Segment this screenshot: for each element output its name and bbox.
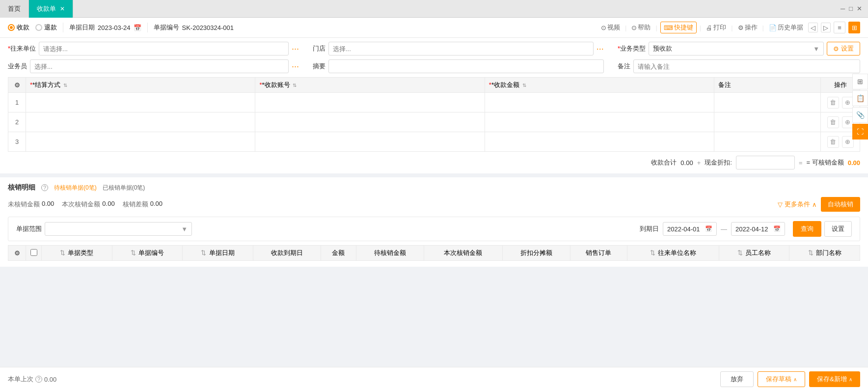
doc-date-sort-icon[interactable]: ⇅ [201,249,206,256]
row1-settlement[interactable] [26,93,255,112]
salesperson-field: 业务员 ··· [8,59,299,73]
row3-remarks[interactable] [714,132,821,152]
save-draft-button[interactable]: 保存草稿 ∧ [758,371,805,387]
row2-settlement[interactable] [26,112,255,132]
select-all-checkbox[interactable] [30,249,37,256]
row2-amount[interactable] [485,112,714,132]
row3-copy-icon[interactable]: ⊕ [842,136,854,148]
row1-amount[interactable] [485,93,714,112]
row3-account[interactable] [255,132,485,152]
shortcut-btn[interactable]: ⌨ 快捷键 [660,22,697,33]
bottom-info-value: 0.00 [44,376,56,383]
divider-2 [147,23,148,32]
main-data-table: ⚙ **结算方式 ⇅ **收款账号 ⇅ **收款金额 ⇅ 备注 [8,77,860,152]
help-circle-icon[interactable]: ? [35,376,42,383]
more-conditions-btn[interactable]: ▽ 更多条件 ∧ [778,200,817,209]
counterparty-more-icon[interactable]: ··· [292,44,299,53]
employee-sort-icon[interactable]: ⇅ [737,249,743,256]
divider-7: | [762,24,764,31]
close-icon[interactable]: ✕ [857,5,862,12]
store-input[interactable] [328,42,594,56]
row2-remarks[interactable] [714,112,821,132]
verification-help-icon[interactable]: ? [41,184,48,191]
salesperson-more-icon[interactable]: ··· [292,62,299,71]
business-type-field: *业务类型 预收款 ▼ ⚙ 设置 [618,42,860,56]
counterparty-sort-icon[interactable]: ⇅ [650,249,655,256]
verified-tab[interactable]: 已核销单据(0笔) [103,184,145,192]
view-list-icon[interactable]: ≡ [834,22,845,33]
abandon-button[interactable]: 放弃 [720,371,754,387]
tab-receipt[interactable]: 收款单 ✕ [29,0,73,18]
pending-verify-col-header: 待核销金额 [356,246,424,261]
video-btn[interactable]: ⊙ 视频 [599,22,622,33]
summary-input[interactable] [328,59,604,73]
business-type-select[interactable]: 预收款 ▼ [649,42,824,56]
store-more-icon[interactable]: ··· [597,44,604,53]
query-button[interactable]: 查询 [793,221,821,237]
row3-settlement[interactable] [26,132,255,152]
account-sort-icon[interactable]: ⇅ [293,83,297,88]
maximize-icon[interactable]: □ [849,5,853,12]
amount-sort-icon[interactable]: ⇅ [522,83,526,88]
settlement-sort-icon[interactable]: ⇅ [63,83,67,88]
filter-settings-button[interactable]: 设置 [824,221,852,237]
row1-account[interactable] [255,93,485,112]
salesperson-input[interactable] [30,59,289,73]
doc-number-field: 单据编号 SK-20230324-001 [154,23,234,32]
operation-icon: ⚙ [738,24,744,31]
doc-number-sort-icon[interactable]: ⇅ [131,249,136,256]
row2-account[interactable] [255,112,485,132]
tab-home[interactable]: 首页 [0,0,29,18]
auto-verify-btn[interactable]: 自动核销 [821,197,860,212]
total-value: 0.00 [680,159,693,167]
calendar-icon[interactable]: 📅 [134,24,141,31]
tab-close-icon[interactable]: ✕ [60,5,65,12]
range-chevron-icon: ▼ [181,225,188,233]
gear-col-header[interactable]: ⚙ [8,78,26,93]
print-btn[interactable]: 🖨 打印 [704,22,728,33]
gear-icon[interactable]: ⚙ [14,82,20,89]
pending-verify-tab[interactable]: 待核销单据(0笔) [54,184,97,192]
save-new-button[interactable]: 保存&新增 ∧ [809,371,860,387]
minimize-icon[interactable]: ─ [841,5,845,12]
sidebar-table-icon[interactable]: ⊞ [852,74,868,89]
sidebar-attachment-icon[interactable]: 📎 [852,107,868,123]
window-controls: ─ □ ✕ [841,5,868,12]
row1-delete-icon[interactable]: 🗑 [827,97,839,109]
radio-receipt[interactable]: 收款 [8,23,29,32]
row2-delete-icon[interactable]: 🗑 [827,116,839,128]
counterparty-field: *往来单位 ··· [8,42,299,56]
row2-copy-icon[interactable]: ⊕ [842,116,854,128]
view-grid-icon[interactable]: ⊞ [848,22,860,33]
dept-sort-icon[interactable]: ⇅ [808,249,814,256]
doc-number-label: 单据编号 [154,23,179,32]
row1-remarks[interactable] [714,93,821,112]
settings-button[interactable]: ⚙ 设置 [827,42,860,56]
nav-next[interactable]: ▷ [821,23,831,32]
bottom-gear-icon[interactable]: ⚙ [14,250,20,257]
play-icon: ⊙ [601,24,606,31]
sidebar-document-icon[interactable]: 📋 [852,90,868,106]
date-from-input[interactable]: 2022-04-01 📅 [663,222,717,236]
row3-amount[interactable] [485,132,714,152]
discount-input[interactable] [736,156,795,169]
operation-btn[interactable]: ⚙ 操作 [736,22,760,33]
nav-prev[interactable]: ◁ [808,23,818,32]
row1-copy-icon[interactable]: ⊕ [842,97,854,109]
help-btn[interactable]: ⊙ 帮助 [629,22,652,33]
range-select[interactable]: ▼ [45,222,192,236]
row2-num: 2 [8,112,26,132]
divider-1 [63,23,63,32]
bottom-bar: 本单上次 ? 0.00 放弃 保存草稿 ∧ 保存&新增 ∧ [0,367,868,391]
bottom-gear-col[interactable]: ⚙ [8,246,26,261]
radio-refund[interactable]: 退款 [35,23,57,32]
date-to-input[interactable]: 2022-04-12 📅 [731,222,785,236]
summary-field: 摘要 [313,59,604,73]
counterparty-input[interactable] [39,42,289,56]
row3-delete-icon[interactable]: 🗑 [827,136,839,148]
history-btn[interactable]: 📄 历史单据 [767,22,805,33]
result-value: 0.00 [848,159,860,167]
doc-type-sort-icon[interactable]: ⇅ [60,249,65,256]
sidebar-expand-icon[interactable]: ⛶ [852,124,868,140]
remarks-input[interactable] [633,59,860,73]
